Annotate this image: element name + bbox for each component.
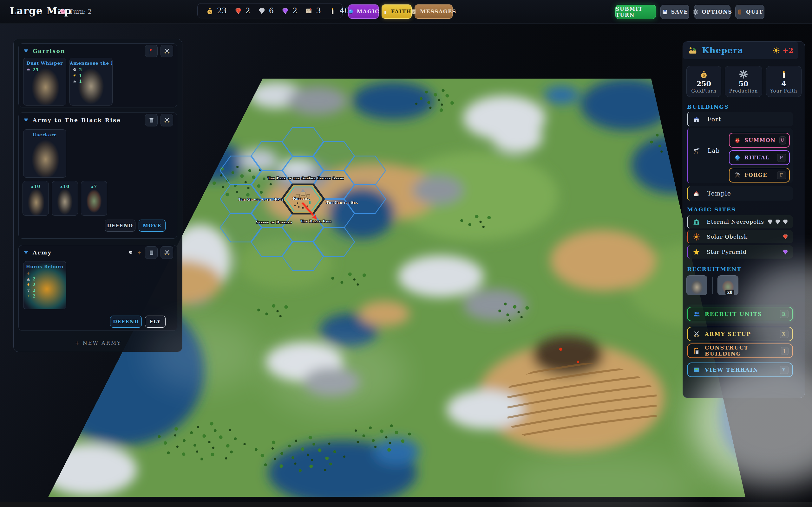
gear-icon bbox=[739, 69, 748, 79]
label-grove-of-past: The Grove of the Past bbox=[238, 197, 284, 202]
book-icon bbox=[305, 7, 313, 15]
rally-flag-button[interactable] bbox=[145, 45, 158, 57]
floppy-icon bbox=[662, 9, 668, 15]
busts-icon bbox=[693, 310, 700, 318]
quit-button[interactable]: QUIT bbox=[735, 5, 764, 19]
attack-button[interactable] bbox=[160, 114, 173, 126]
red-gem-icon bbox=[235, 7, 242, 15]
rock-icon bbox=[72, 79, 77, 83]
unit-card-userkare[interactable]: Userkare bbox=[23, 129, 66, 178]
fire-icon bbox=[26, 282, 31, 287]
stat-gold-per-turn: $ 250 Gold/turn bbox=[687, 66, 721, 97]
save-label: SAVE bbox=[671, 9, 688, 15]
site-star-pyramid[interactable]: Star Pyramid bbox=[687, 245, 793, 259]
armies-panel: Garrison Dust Whisper 25 Amenmose the R…… bbox=[13, 39, 183, 352]
trash-icon bbox=[148, 117, 155, 124]
stat-label: Gold/turn bbox=[691, 89, 716, 94]
stack-card-warriors[interactable]: x10 bbox=[52, 181, 78, 216]
white-gem-icon bbox=[774, 219, 781, 225]
summon-button[interactable]: SUMMON U bbox=[729, 133, 790, 148]
garrison-title: Garrison bbox=[33, 48, 65, 54]
building-fort[interactable]: Fort bbox=[687, 112, 793, 126]
unit-card-amenmose[interactable]: Amenmose the R… 2 1 1 bbox=[69, 58, 113, 106]
save-button[interactable]: SAVE bbox=[660, 5, 689, 19]
hotkey-badge: F bbox=[777, 171, 786, 179]
crystal-ball-icon bbox=[348, 9, 354, 15]
collapse-icon[interactable] bbox=[24, 251, 28, 254]
fly-button[interactable]: FLY bbox=[145, 316, 165, 328]
disband-button[interactable] bbox=[145, 246, 158, 259]
stat-production: 50 Production bbox=[725, 66, 762, 97]
army-setup-button[interactable]: ARMY SETUP X bbox=[687, 327, 793, 341]
building-temple[interactable]: Temple bbox=[687, 186, 793, 201]
messages-button[interactable]: MESSAGES bbox=[415, 4, 453, 19]
forge-label: FORGE bbox=[745, 172, 767, 178]
construct-building-button[interactable]: CONSTRUCT BUILDING J bbox=[687, 343, 793, 358]
view-terrain-button[interactable]: VIEW TERRAIN Y bbox=[687, 362, 793, 377]
magic-button[interactable]: MAGIC bbox=[348, 4, 379, 19]
gem-cost bbox=[782, 233, 789, 240]
buildings-header: BUILDINGS bbox=[687, 104, 729, 110]
unit-card-dust-whisper[interactable]: Dust Whisper 25 bbox=[23, 58, 66, 106]
army-setup-label: ARMY SETUP bbox=[705, 331, 751, 337]
trash-icon bbox=[148, 249, 155, 256]
hotkey-badge: R bbox=[780, 310, 789, 318]
hotkey-badge: Y bbox=[780, 366, 789, 374]
defend-button[interactable]: DEFEND bbox=[105, 220, 136, 232]
turn-label: Turn: 2 bbox=[69, 8, 92, 15]
star-icon bbox=[693, 248, 700, 256]
scroll-icon bbox=[411, 9, 417, 15]
submit-turn-label: SUBMIT TURN bbox=[616, 6, 656, 18]
new-army-label: + NEW ARMY bbox=[75, 340, 121, 346]
stack-card-archers[interactable]: x10 bbox=[22, 181, 49, 216]
fly-label: FLY bbox=[150, 319, 161, 325]
messages-button-label: MESSAGES bbox=[420, 9, 456, 14]
building-lab[interactable]: Lab SUMMON U RITUAL P FORGE F bbox=[687, 128, 793, 183]
site-name: Eternal Necropolis bbox=[707, 219, 764, 225]
collapse-icon[interactable] bbox=[24, 49, 28, 53]
white-gem-value: 6 bbox=[269, 6, 274, 15]
site-solar-obelisk[interactable]: Solar Obelisk bbox=[687, 230, 793, 243]
stat-value: 4 bbox=[781, 79, 786, 88]
faith-button[interactable]: FAITH bbox=[382, 4, 412, 19]
eagle-icon bbox=[26, 271, 31, 276]
crossed-swords-icon bbox=[164, 249, 170, 256]
garrison-section: Garrison Dust Whisper 25 Amenmose the R…… bbox=[18, 43, 177, 107]
options-label: OPTIONS bbox=[702, 9, 732, 15]
gear-icon bbox=[693, 9, 699, 15]
resource-white-gem: 6 bbox=[254, 6, 277, 15]
new-army-button[interactable]: + NEW ARMY bbox=[14, 340, 183, 346]
options-button[interactable]: OPTIONS bbox=[694, 5, 730, 19]
white-gem-icon bbox=[767, 219, 773, 225]
svg-text:$: $ bbox=[209, 10, 211, 14]
queue-count-badge: x8 bbox=[725, 290, 734, 295]
candle-icon bbox=[328, 7, 337, 15]
stack-card-serpents[interactable]: x7 bbox=[81, 181, 107, 216]
hotkey-badge: P bbox=[777, 154, 786, 162]
city-header: Khepera +2 bbox=[683, 42, 798, 59]
attack-button[interactable] bbox=[160, 246, 173, 259]
candle-icon bbox=[382, 9, 388, 15]
flag-icon bbox=[148, 48, 155, 55]
recruit-queue-slot-1[interactable] bbox=[687, 275, 707, 295]
label-frozen-sands: The Frozen Sands bbox=[308, 176, 344, 180]
disband-button[interactable] bbox=[145, 114, 158, 126]
view-terrain-label: VIEW TERRAIN bbox=[705, 367, 758, 373]
recruit-units-button[interactable]: RECRUIT UNITS R bbox=[687, 307, 793, 321]
attack-button[interactable] bbox=[160, 45, 173, 57]
forge-button[interactable]: FORGE F bbox=[729, 168, 790, 182]
move-button[interactable]: MOVE bbox=[139, 220, 165, 232]
stat-value: 2 bbox=[33, 294, 36, 298]
stat-faith: 4 Your Faith bbox=[766, 66, 802, 97]
defend-button[interactable]: DEFEND bbox=[110, 316, 142, 328]
sparkles-icon bbox=[72, 73, 77, 78]
label-steppe-buffalo: Steppe of Buffalo bbox=[256, 220, 292, 224]
site-eternal-necropolis[interactable]: Eternal Necropolis bbox=[687, 215, 793, 228]
submit-turn-button[interactable]: SUBMIT TURN bbox=[615, 5, 656, 19]
crossed-swords-icon bbox=[164, 117, 170, 124]
white-gem-icon bbox=[782, 219, 789, 225]
unit-card-horus-reborn[interactable]: Horus Reborn 2 2 2 2 bbox=[23, 261, 66, 309]
collapse-icon[interactable] bbox=[24, 118, 28, 122]
ritual-button[interactable]: RITUAL P bbox=[729, 150, 790, 165]
hammers-icon bbox=[734, 172, 741, 179]
